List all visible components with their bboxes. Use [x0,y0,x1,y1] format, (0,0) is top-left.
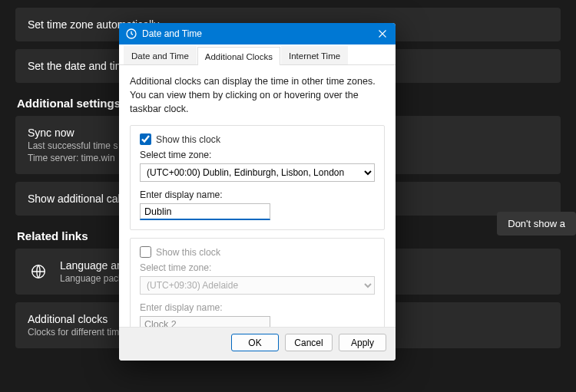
clock-1-show-checkbox[interactable] [140,133,151,145]
apply-button[interactable]: Apply [339,334,386,351]
clock-1-show-label: Show this clock [156,134,220,145]
clock-2-show-label: Show this clock [156,247,220,258]
clock-icon [125,28,137,40]
clock-1-name-label: Enter display name: [140,189,375,200]
globe-icon [28,261,49,282]
dont-show-button[interactable]: Don't show a [497,212,576,236]
clock-2-name-label: Enter display name: [140,302,375,313]
dialog-footer: OK Cancel Apply [119,327,396,361]
clock-2-name-input [140,316,270,327]
dialog-tabs: Date and Time Additional Clocks Internet… [119,44,396,65]
tab-date-and-time[interactable]: Date and Time [124,46,197,64]
clock-2-show-checkbox[interactable] [140,246,151,258]
clock-1-tz-select[interactable]: (UTC+00:00) Dublin, Edinburgh, Lisbon, L… [140,163,375,182]
tab-additional-clocks[interactable]: Additional Clocks [197,47,280,65]
clock-2-group: Show this clock Select time zone: (UTC+0… [130,238,385,327]
clock-1-name-input[interactable] [140,203,270,220]
ok-button[interactable]: OK [231,334,279,351]
tab-description: Additional clocks can display the time i… [130,74,385,116]
dialog-body: Additional clocks can display the time i… [119,65,396,327]
clock-1-tz-label: Select time zone: [140,150,375,160]
label: Set the date and time [28,60,130,72]
clock-1-group: Show this clock Select time zone: (UTC+0… [130,125,385,230]
label: Show additional caler [28,193,130,205]
close-icon[interactable] [376,27,389,41]
dialog-titlebar[interactable]: Date and Time [119,23,396,44]
cancel-button[interactable]: Cancel [285,334,333,351]
clock-2-tz-select: (UTC+09:30) Adelaide [140,276,375,295]
dialog-title: Date and Time [142,28,202,39]
clock-2-tz-label: Select time zone: [140,262,375,273]
date-and-time-dialog: Date and Time Date and Time Additional C… [119,23,396,361]
tab-internet-time[interactable]: Internet Time [281,46,348,64]
